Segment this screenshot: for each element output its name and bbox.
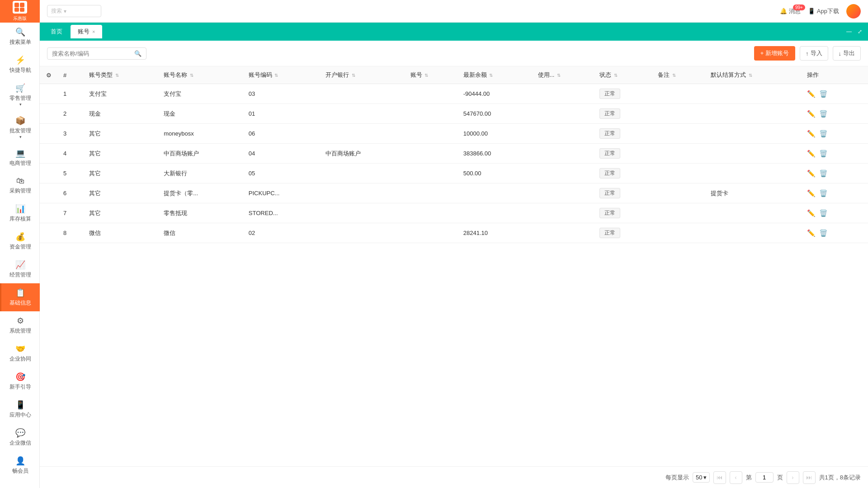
sidebar-icon-1: ⚡ bbox=[15, 55, 25, 65]
tab-account[interactable]: 账号 × bbox=[71, 25, 102, 38]
delete-icon[interactable]: 🗑️ bbox=[819, 209, 828, 217]
cell-type: 其它 bbox=[84, 203, 158, 223]
cell-account bbox=[405, 84, 458, 104]
edit-icon[interactable]: ✏️ bbox=[807, 90, 816, 98]
search-input[interactable] bbox=[52, 50, 132, 57]
edit-icon[interactable]: ✏️ bbox=[807, 169, 816, 178]
top-search-box[interactable]: 搜索 ▾ bbox=[47, 5, 101, 17]
sidebar-item-9[interactable]: 📋基础信息 bbox=[0, 283, 40, 311]
app-sub-label: 乐惠版 bbox=[13, 15, 27, 22]
cell-balance: -90444.00 bbox=[458, 84, 533, 104]
cell-code: 03 bbox=[243, 84, 320, 104]
sidebar-item-1[interactable]: ⚡快捷导航 bbox=[0, 51, 40, 79]
th-usage[interactable]: 使用... ⇅ bbox=[533, 66, 594, 84]
sidebar-item-5[interactable]: 🛍采购管理 bbox=[0, 172, 40, 199]
sidebar-icon-2: 🛒 bbox=[15, 83, 25, 93]
th-status[interactable]: 状态 ⇅ bbox=[594, 66, 652, 84]
table-row: 7 其它 零售抵现 STORED... 正常 ✏️ 🗑️ bbox=[40, 203, 868, 223]
first-page-btn[interactable]: ⏮ bbox=[713, 471, 726, 484]
delete-icon[interactable]: 🗑️ bbox=[819, 110, 828, 118]
th-default-pay[interactable]: 默认结算方式 ⇅ bbox=[705, 66, 802, 84]
sidebar-item-14[interactable]: 💬企业微信 bbox=[0, 423, 40, 451]
sidebar-item-12[interactable]: 🎯新手引导 bbox=[0, 367, 40, 395]
th-name[interactable]: 账号名称 ⇅ bbox=[158, 66, 243, 84]
topbar-left: 搜索 ▾ bbox=[47, 5, 101, 17]
cell-type: 其它 bbox=[84, 164, 158, 183]
page-input[interactable] bbox=[755, 472, 774, 483]
th-bank[interactable]: 开户银行 ⇅ bbox=[320, 66, 405, 84]
edit-icon[interactable]: ✏️ bbox=[807, 130, 816, 138]
sidebar-item-8[interactable]: 📈经营管理 bbox=[0, 255, 40, 283]
last-page-btn[interactable]: ⏭ bbox=[803, 471, 816, 484]
cell-bank bbox=[320, 203, 405, 223]
app-download-button[interactable]: 📱 App下载 bbox=[808, 7, 839, 15]
sidebar-item-15[interactable]: 👤畅会员 bbox=[0, 451, 40, 479]
cell-default-pay bbox=[705, 124, 802, 144]
tab-close-icon[interactable]: × bbox=[92, 29, 95, 34]
sidebar-item-6[interactable]: 📊库存核算 bbox=[0, 199, 40, 227]
table-row: 2 现金 现金 01 547670.00 正常 ✏️ 🗑️ bbox=[40, 104, 868, 124]
th-account[interactable]: 账号 ⇅ bbox=[405, 66, 458, 84]
table-row: 8 微信 微信 02 28241.10 正常 ✏️ 🗑️ bbox=[40, 223, 868, 243]
cell-index: 1 bbox=[58, 84, 84, 104]
cell-actions: ✏️ 🗑️ bbox=[802, 144, 868, 164]
edit-icon[interactable]: ✏️ bbox=[807, 189, 816, 197]
delete-icon[interactable]: 🗑️ bbox=[819, 90, 828, 98]
cell-index: 3 bbox=[58, 124, 84, 144]
window-minimize-btn[interactable]: — bbox=[844, 27, 854, 36]
cell-type: 支付宝 bbox=[84, 84, 158, 104]
cell-note bbox=[652, 124, 705, 144]
sidebar-item-13[interactable]: 📱应用中心 bbox=[0, 395, 40, 423]
edit-icon[interactable]: ✏️ bbox=[807, 209, 816, 217]
import-icon: ↑ bbox=[806, 50, 809, 57]
sidebar-item-7[interactable]: 💰资金管理 bbox=[0, 227, 40, 255]
sidebar-item-11[interactable]: 🤝企业协同 bbox=[0, 339, 40, 367]
per-page-value: 50 bbox=[696, 474, 702, 481]
th-code[interactable]: 账号编码 ⇅ bbox=[243, 66, 320, 84]
add-account-button[interactable]: + 新增账号 bbox=[754, 46, 795, 61]
search-icon: 🔍 bbox=[134, 50, 142, 57]
cell-bank bbox=[320, 104, 405, 124]
th-balance[interactable]: 最新余额 ⇅ bbox=[458, 66, 533, 84]
sidebar-item-10[interactable]: ⚙系统管理 bbox=[0, 311, 40, 339]
import-button[interactable]: ↑ 导入 bbox=[800, 46, 828, 61]
cell-note bbox=[652, 84, 705, 104]
tab-home[interactable]: 首页 bbox=[43, 25, 70, 38]
page-of-label: 页 bbox=[777, 474, 783, 482]
th-type[interactable]: 账号类型 ⇅ bbox=[84, 66, 158, 84]
delete-icon[interactable]: 🗑️ bbox=[819, 150, 828, 158]
delete-icon[interactable]: 🗑️ bbox=[819, 169, 828, 178]
cell-default-pay bbox=[705, 223, 802, 243]
edit-icon[interactable]: ✏️ bbox=[807, 110, 816, 118]
edit-icon[interactable]: ✏️ bbox=[807, 150, 816, 158]
message-button[interactable]: 🔔 消息 99+ bbox=[780, 7, 801, 15]
th-note[interactable]: 备注 ⇅ bbox=[652, 66, 705, 84]
window-restore-btn[interactable]: ⤢ bbox=[855, 27, 864, 36]
per-page-arrow: ▾ bbox=[703, 474, 707, 481]
cell-bank bbox=[320, 164, 405, 183]
search-box[interactable]: 🔍 bbox=[47, 47, 146, 60]
cell-balance: 500.00 bbox=[458, 164, 533, 183]
content-area: 🔍 + 新增账号 ↑ 导入 ↓ 导出 ⚙ # bbox=[40, 41, 868, 488]
per-page-select[interactable]: 50 ▾ bbox=[693, 472, 709, 483]
sidebar-item-0[interactable]: 🔍搜索菜单 bbox=[0, 23, 40, 51]
sidebar-item-4[interactable]: 💻电商管理 bbox=[0, 144, 40, 172]
sidebar-label-12: 新手引导 bbox=[9, 383, 31, 391]
sidebar-label-8: 经营管理 bbox=[9, 271, 31, 279]
next-page-btn[interactable]: › bbox=[787, 471, 799, 484]
sidebar-item-3[interactable]: 📦批发管理▾ bbox=[0, 111, 40, 144]
delete-icon[interactable]: 🗑️ bbox=[819, 229, 828, 237]
top-search-placeholder: 搜索 bbox=[51, 7, 62, 15]
sidebar-item-2[interactable]: 🛒零售管理▾ bbox=[0, 79, 40, 111]
cell-checkbox bbox=[40, 104, 58, 124]
delete-icon[interactable]: 🗑️ bbox=[819, 189, 828, 197]
export-button[interactable]: ↓ 导出 bbox=[833, 46, 861, 61]
user-avatar[interactable] bbox=[846, 4, 861, 19]
th-settings[interactable]: ⚙ bbox=[40, 66, 58, 84]
delete-icon[interactable]: 🗑️ bbox=[819, 130, 828, 138]
cell-type: 微信 bbox=[84, 223, 158, 243]
cell-actions: ✏️ 🗑️ bbox=[802, 84, 868, 104]
prev-page-btn[interactable]: ‹ bbox=[730, 471, 742, 484]
edit-icon[interactable]: ✏️ bbox=[807, 229, 816, 237]
cell-code: 05 bbox=[243, 164, 320, 183]
